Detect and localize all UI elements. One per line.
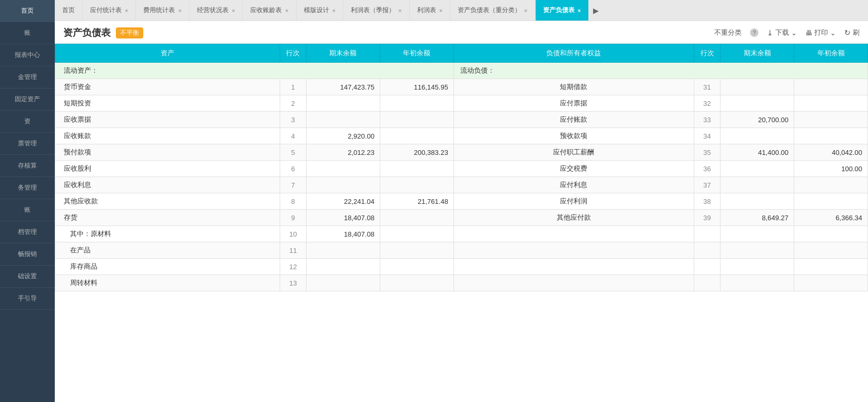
table-row[interactable]: 货币资金 1 147,423.75 116,145.95 短期借款 31 [55, 79, 868, 95]
tab-profit-quarterly[interactable]: 利润表（季报） × [343, 0, 409, 21]
sidebar-item-archive[interactable]: 档管理 [0, 221, 55, 243]
left-end-balance [306, 177, 380, 193]
col-header-row-num-left: 行次 [280, 44, 306, 63]
sidebar-item-expense[interactable]: 畅报销 [0, 243, 55, 266]
tab-profit[interactable]: 利润表 × [410, 0, 450, 21]
refresh-button[interactable]: ↻ 刷 [844, 28, 860, 37]
right-row-num: 33 [694, 112, 721, 128]
left-start-balance [380, 275, 453, 291]
sidebar-item-capital[interactable]: 资 [0, 111, 55, 133]
left-end-balance: 2,920.00 [306, 128, 380, 144]
download-chevron-icon: ⌄ [791, 29, 797, 37]
tab-expense-stats[interactable]: 费用统计表 × [136, 0, 189, 21]
sidebar-item-ticket-management[interactable]: 票管理 [0, 133, 55, 155]
table-row[interactable]: 其他应收款 8 22,241.04 21,761.48 应付利润 38 [55, 193, 868, 210]
right-end-balance [721, 161, 794, 177]
tab-close-profit[interactable]: × [439, 7, 442, 14]
sidebar-item-fixed-assets[interactable]: 固定资产 [0, 89, 55, 111]
col-header-start-balance-left: 年初余额 [380, 44, 453, 63]
filter-label[interactable]: 不重分类 [714, 28, 742, 37]
tab-business-status[interactable]: 经营状况表 × [190, 0, 243, 21]
table-row[interactable]: 周转材料 13 [55, 275, 868, 291]
table-header-row: 资产 行次 期末余额 年初余额 负债和所有者权益 行次 期末余额 年初余额 [55, 44, 868, 63]
tab-bar: 首页 应付统计表 × 费用统计表 × 经营状况表 × 应收账龄表 × 模版设计 … [55, 0, 868, 21]
tab-close-balance-reclassified[interactable]: × [524, 7, 527, 14]
left-row-num: 12 [280, 259, 306, 275]
left-end-balance [306, 242, 380, 259]
tab-close-template-design[interactable]: × [332, 7, 336, 14]
tab-home[interactable]: 首页 [55, 0, 83, 21]
table-row[interactable]: 在产品 11 [55, 242, 868, 259]
col-header-end-balance-right: 期末余额 [721, 44, 794, 63]
left-start-balance [380, 161, 453, 177]
tab-balance[interactable]: 资产负债表 × [536, 0, 589, 21]
refresh-icon: ↻ [844, 28, 851, 37]
tab-balance-reclassified[interactable]: 资产负债表（重分类） × [450, 0, 535, 21]
tab-close-profit-quarterly[interactable]: × [398, 7, 401, 14]
table-row[interactable]: 预付款项 5 2,012.23 200,383.23 应付职工薪酬 35 41,… [55, 144, 868, 161]
left-start-balance [380, 177, 453, 193]
right-start-balance [794, 275, 868, 291]
sidebar-item-report-center[interactable]: 报表中心 [0, 44, 55, 66]
table-row[interactable]: 存货 9 18,407.08 其他应付款 39 8,649.27 6,366.3… [55, 210, 868, 226]
print-icon: 🖶 [805, 29, 812, 37]
unbalanced-badge: 不平衡 [116, 27, 143, 38]
tab-close-expense-stats[interactable]: × [178, 7, 181, 14]
right-name: 短期借款 [453, 79, 694, 95]
left-name: 周转材料 [55, 275, 280, 291]
left-name: 应收利息 [55, 177, 280, 193]
sidebar-item-guide[interactable]: 手引导 [0, 288, 55, 310]
download-button[interactable]: ⤓ 下载 ⌄ [767, 28, 797, 37]
right-start-balance [794, 177, 868, 193]
tab-payable-stats[interactable]: 应付统计表 × [83, 0, 136, 21]
left-end-balance [306, 95, 380, 112]
right-end-balance: 41,400.00 [721, 144, 794, 161]
sidebar-item-fund-management[interactable]: 金管理 [0, 66, 55, 89]
left-start-balance: 200,383.23 [380, 144, 453, 161]
tab-close-payable-stats[interactable]: × [125, 7, 128, 14]
table-row[interactable]: 应收票据 3 应付账款 33 20,700.00 [55, 112, 868, 128]
table-row[interactable]: 短期投资 2 应付票据 32 [55, 95, 868, 112]
sidebar: 首页 账 报表中心 金管理 固定资产 资 票管理 存核算 务管理 账 档管理 畅… [0, 0, 55, 402]
tab-close-receivable-aging[interactable]: × [285, 7, 288, 14]
tab-template-design[interactable]: 模版设计 × [297, 0, 343, 21]
right-row-num: 32 [694, 95, 721, 112]
sidebar-item-home[interactable]: 首页 [0, 0, 55, 22]
sidebar-item-inventory[interactable]: 存核算 [0, 155, 55, 177]
left-row-num: 2 [280, 95, 306, 112]
table-row[interactable]: 其中：原材料 10 18,407.08 [55, 226, 868, 242]
right-start-balance [794, 242, 868, 259]
right-name: 应付利息 [453, 177, 694, 193]
left-start-balance [380, 128, 453, 144]
table-row[interactable]: 应收利息 7 应付利息 37 [55, 177, 868, 193]
tab-close-balance[interactable]: × [578, 7, 581, 14]
print-chevron-icon: ⌄ [830, 29, 836, 37]
right-start-balance [794, 112, 868, 128]
table-row[interactable]: 库存商品 12 [55, 259, 868, 275]
tab-close-business-status[interactable]: × [232, 7, 235, 14]
right-row-num: 34 [694, 128, 721, 144]
right-row-num [694, 242, 721, 259]
left-start-balance: 21,761.48 [380, 193, 453, 210]
right-row-num [694, 259, 721, 275]
section-left-label: 流动资产： [55, 63, 454, 79]
table-row[interactable]: 应收股利 6 应交税费 36 100.00 [55, 161, 868, 177]
sidebar-item-settings[interactable]: 础设置 [0, 266, 55, 288]
tab-receivable-aging[interactable]: 应收账龄表 × [243, 0, 296, 21]
right-name: 应付票据 [453, 95, 694, 112]
right-end-balance [721, 193, 794, 210]
sidebar-item-business-management[interactable]: 务管理 [0, 177, 55, 199]
tab-nav-right-arrow[interactable]: ▶ [589, 0, 603, 21]
sidebar-item-ledger[interactable]: 账 [0, 22, 55, 44]
print-button[interactable]: 🖶 打印 ⌄ [805, 28, 836, 37]
right-end-balance [721, 226, 794, 242]
left-row-num: 13 [280, 275, 306, 291]
left-row-num: 8 [280, 193, 306, 210]
right-end-balance [721, 79, 794, 95]
left-end-balance [306, 161, 380, 177]
section-right-label: 流动负债： [453, 63, 867, 79]
help-icon[interactable]: ? [750, 28, 758, 37]
table-row[interactable]: 应收账款 4 2,920.00 预收款项 34 [55, 128, 868, 144]
balance-sheet-table: 资产 行次 期末余额 年初余额 负债和所有者权益 行次 期末余额 年初余额 流动… [55, 44, 868, 291]
sidebar-item-payable[interactable]: 账 [0, 199, 55, 221]
